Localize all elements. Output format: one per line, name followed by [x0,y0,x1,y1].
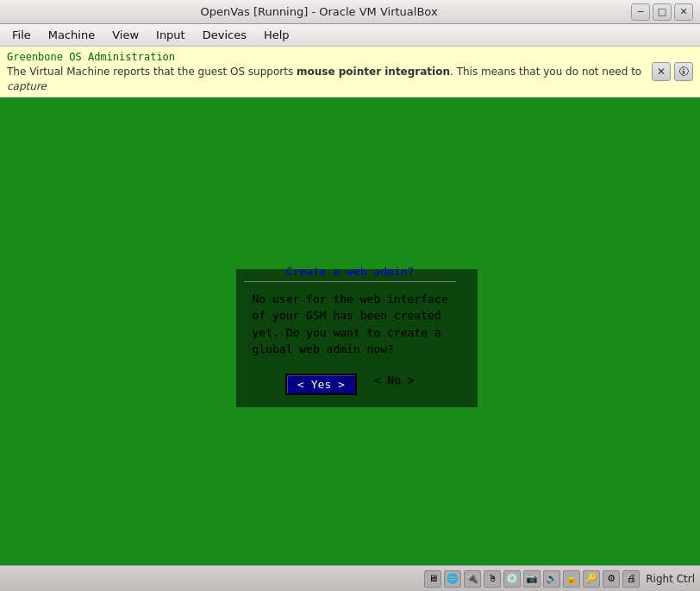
no-button[interactable]: < No > [374,374,415,395]
status-icon-settings[interactable]: ⚙ [603,570,620,588]
dialog-buttons: < Yes > < No > [241,367,460,406]
menu-machine[interactable]: Machine [40,26,103,44]
status-icon-camera[interactable]: 📷 [523,570,541,588]
menu-devices[interactable]: Devices [194,26,255,44]
notification-info-button[interactable]: 🛈 [674,62,693,81]
dialog-title: Create a web admin? [241,258,460,281]
close-button[interactable]: ✕ [674,3,693,21]
status-icon-usb[interactable]: 🔌 [464,570,481,588]
title-bar-controls: ─ □ ✕ [631,3,693,21]
notification-close-button[interactable]: ✕ [652,62,671,81]
status-icon-mouse[interactable]: 🖱 [484,570,501,588]
minimize-button[interactable]: ─ [631,3,650,21]
dialog: Create a web admin? No user for the web … [241,258,460,406]
notification-icons: ✕ 🛈 [652,62,693,81]
notification-prefix: The Virtual Machine reports that the gue… [7,66,297,78]
status-icon-network[interactable]: 🌐 [444,570,461,588]
notification-suffix: . This means that you do not need to [450,66,641,78]
dialog-content: No user for the web interface of your GS… [241,282,460,367]
menu-help[interactable]: Help [255,26,298,44]
menu-bar: File Machine View Input Devices Help [0,24,700,47]
notification-italic: capture [7,80,47,92]
status-icon-key[interactable]: 🔑 [583,570,600,588]
menu-file[interactable]: File [3,26,40,44]
status-icon-display[interactable]: 🖥 [424,570,441,588]
status-icon-lock[interactable]: 🔒 [563,570,580,588]
right-ctrl-label: Right Ctrl [646,573,695,585]
status-icon-disk[interactable]: 💿 [503,570,521,588]
title-bar: OpenVas [Running] - Oracle VM VirtualBox… [0,0,700,24]
vm-screen: Create a web admin? No user for the web … [0,97,700,565]
status-bar: 🖥 🌐 🔌 🖱 💿 📷 🔊 🔒 🔑 ⚙ 🖨 Right Ctrl [0,565,700,591]
window-title: OpenVas [Running] - Oracle VM VirtualBox [7,5,631,18]
notification-bar: Greenbone OS Administration The Virtual … [0,47,700,97]
yes-button[interactable]: < Yes > [285,374,357,395]
notification-title: Greenbone OS Administration [7,50,645,65]
menu-input[interactable]: Input [147,26,194,44]
notification-text: Greenbone OS Administration The Virtual … [7,50,645,93]
notification-body: The Virtual Machine reports that the gue… [7,66,641,92]
status-icon-print[interactable]: 🖨 [622,570,640,588]
status-icon-audio[interactable]: 🔊 [543,570,560,588]
menu-view[interactable]: View [103,26,147,44]
maximize-button[interactable]: □ [653,3,672,21]
notification-bold: mouse pointer integration [297,66,450,78]
